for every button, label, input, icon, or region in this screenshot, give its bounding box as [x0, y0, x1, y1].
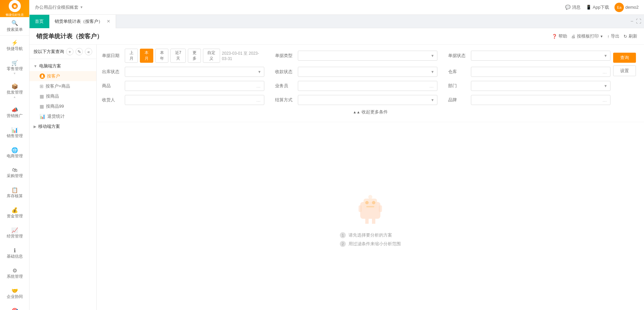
doc-status-select[interactable]: ▼ [471, 51, 610, 61]
sidebar-item-inventory[interactable]: 📋 库存核算 [0, 183, 29, 203]
settlement-chevron-icon: ▼ [431, 98, 434, 102]
logo-icon: 畅 [9, 0, 21, 12]
sidebar-item-finance[interactable]: 💰 资金管理 [0, 203, 29, 223]
wholesale-label: 批发管理 [7, 90, 23, 95]
scheme-item-by-customer[interactable]: 按客户 [30, 71, 96, 81]
sidebar-item-ecommerce[interactable]: 🌐 电商管理 [0, 143, 29, 163]
topbar-right: 💬 消息 📱 App下载 Ea demo2 [565, 3, 639, 12]
ops-icon: 📈 [11, 227, 18, 234]
export-label: 导出 [611, 33, 620, 39]
receiver-select[interactable]: … [125, 95, 264, 105]
date-label: 单据日期 [102, 53, 122, 59]
finance-icon: 💰 [11, 207, 18, 213]
salesperson-dots-icon: … [429, 84, 434, 89]
date-custom-btn[interactable]: 自定义 [203, 49, 220, 63]
tree-group-mobile-chevron: ▶ [34, 124, 36, 129]
receive-status-filter-item: 收款状态 ▼ [275, 67, 437, 77]
refresh-label: 刷新 [629, 33, 637, 39]
help-btn[interactable]: ❓ 帮助 [552, 33, 567, 39]
sidebar-item-wholesale[interactable]: 📦 批发管理 ▲ [0, 79, 29, 103]
app-download-label: App下载 [593, 4, 609, 10]
help-icon: ❓ [552, 34, 557, 39]
tree-group-pc-label[interactable]: ▼ 电脑端方案 [30, 61, 96, 71]
tree-group-mobile-label[interactable]: ▶ 移动端方案 [30, 121, 96, 132]
message-label: 消息 [572, 4, 581, 10]
print-btn[interactable]: 🖨 按模板打印 ▼ [571, 33, 603, 39]
action-buttons: 查询 设置 [610, 49, 639, 80]
shortcuts-label: 快捷导航 [7, 46, 23, 52]
print-chevron-icon: ▼ [600, 35, 603, 38]
main-area: 办公用品行业模拟账套 ▼ 💬 消息 📱 App下载 Ea demo2 首页 销货… [30, 0, 644, 310]
settlement-select[interactable]: ▼ [298, 95, 437, 105]
purchase-icon: 🛍 [12, 167, 17, 173]
scheme-item-return-stat[interactable]: 📊 退货统计 [30, 111, 96, 121]
tab-minimize-icon[interactable]: － [629, 18, 635, 25]
sidebar-item-system[interactable]: ⚙ 系统管理 [0, 263, 29, 283]
date-this-year-btn[interactable]: 本年 [155, 49, 168, 63]
sidebar-item-shortcuts[interactable]: ⚡ 快捷导航 [0, 36, 29, 56]
by-goods-icon: ▦ [40, 94, 44, 99]
message-btn[interactable]: 💬 消息 [565, 4, 581, 10]
brand-select[interactable]: … [471, 95, 610, 105]
tree-group-pc-text: 电脑端方案 [39, 63, 61, 69]
sidebar-item-sales[interactable]: 📊 销售管理 [0, 123, 29, 143]
enterprise-icon: 🤝 [11, 288, 18, 294]
edit-scheme-btn[interactable]: ✎ [75, 48, 83, 55]
export-btn[interactable]: ↑ 导出 [607, 33, 620, 39]
settings-btn[interactable]: 设置 [613, 65, 636, 76]
receiver-filter-item: 收货人 … [102, 95, 264, 105]
app-download-btn[interactable]: 📱 App下载 [586, 4, 609, 10]
by-customer-icon [40, 73, 45, 79]
avatar: Ea [614, 3, 624, 12]
logo-subtitle: 畅捷信好生意 [1, 13, 28, 17]
svg-rect-8 [359, 205, 362, 212]
collapse-scheme-btn[interactable]: « [85, 48, 92, 55]
user-menu[interactable]: Ea demo2 [614, 3, 639, 12]
sidebar-item-marketing[interactable]: 📣 营销推广 [0, 103, 29, 123]
collapse-conditions-btn[interactable]: ▲▲ 收起更多条件 [350, 106, 390, 118]
sidebar: 畅 畅捷信好生意 🔍 搜索菜单 ⚡ 快捷导航 🛒 零售管理 ▼ 📦 批发管理 ▲… [0, 0, 30, 310]
sidebar-item-ops[interactable]: 📈 经营管理 [0, 223, 29, 243]
sidebar-item-newbie[interactable]: 🎯 新手引导 [0, 304, 29, 310]
scheme-item-by-goods[interactable]: ▦ 按商品 [30, 91, 96, 101]
doc-status-label: 单据状态 [448, 53, 468, 59]
out-status-select[interactable]: ▼ [125, 67, 264, 77]
date-this-month-btn[interactable]: 本月 [140, 49, 153, 63]
tree-group-pc-chevron: ▼ [34, 64, 37, 68]
print-icon: 🖨 [571, 34, 576, 39]
query-btn[interactable]: 查询 [613, 53, 636, 63]
tab-home[interactable]: 首页 [30, 15, 49, 28]
sidebar-item-enterprise[interactable]: 🤝 企业协同 [0, 283, 29, 304]
sidebar-search-item[interactable]: 🔍 搜索菜单 [0, 17, 29, 36]
out-status-filter-item: 出库状态 ▼ [102, 67, 264, 77]
warehouse-select[interactable]: … [471, 67, 610, 77]
sidebar-item-purchase[interactable]: 🛍 采购管理 [0, 163, 29, 183]
add-icon: + [68, 49, 71, 54]
brand-dots-icon: … [602, 98, 607, 103]
app-download-icon: 📱 [586, 5, 591, 10]
wholesale-arrow: ▲ [13, 95, 16, 99]
date-last-month-btn[interactable]: 上月 [125, 49, 138, 63]
department-select[interactable]: ▼ [471, 81, 610, 91]
refresh-btn[interactable]: ↻ 刷新 [624, 33, 637, 39]
tab-sales-stat[interactable]: 销货单统计表（按客户） ✕ [49, 15, 116, 28]
scheme-item-by-customer-goods[interactable]: ⊞ 按客户+商品 [30, 81, 96, 91]
scheme-item-by-goods-99[interactable]: ▦ 按商品99 [30, 101, 96, 111]
export-icon: ↑ [607, 34, 610, 39]
account-dropdown[interactable]: 办公用品行业模拟账套 ▼ [35, 4, 83, 10]
sidebar-item-retail[interactable]: 🛒 零售管理 ▼ [0, 56, 29, 79]
receive-status-select[interactable]: ▼ [298, 67, 437, 77]
svg-text:畅: 畅 [13, 5, 16, 8]
salesperson-select[interactable]: … [298, 81, 437, 91]
goods-select[interactable]: … [125, 81, 264, 91]
collapse-up-icon: ▲▲ [353, 110, 360, 114]
newbie-icon: 🎯 [11, 308, 18, 310]
sidebar-item-basic[interactable]: ℹ 基础信息 [0, 243, 29, 263]
doc-type-select[interactable]: ▼ [298, 51, 437, 61]
tab-maximize-icon[interactable]: ⛶ [636, 18, 641, 24]
tab-sales-stat-close[interactable]: ✕ [107, 19, 110, 24]
add-scheme-btn[interactable]: + [66, 48, 73, 55]
date-last-7-days-btn[interactable]: 近7天 [170, 49, 185, 63]
tip-1-text: 请先选择要分析的方案 [348, 232, 392, 238]
date-more-btn[interactable]: 更多 [188, 49, 201, 63]
